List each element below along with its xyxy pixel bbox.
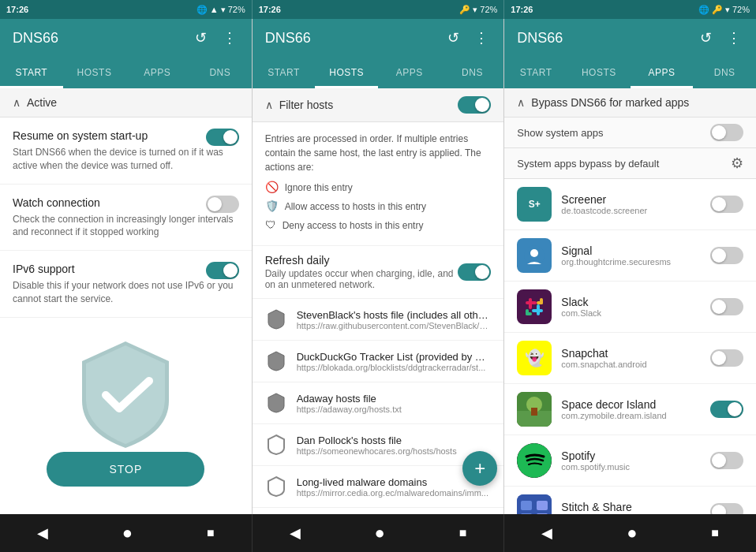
toggle-stitch[interactable] xyxy=(710,503,743,514)
system-bypass-label: System apps bypass by default xyxy=(517,158,731,170)
battery-1: 72% xyxy=(228,5,245,14)
gear-icon[interactable]: ⚙ xyxy=(731,155,743,172)
app-title-hosts: DNS66 xyxy=(265,30,435,47)
tab-start-hosts[interactable]: HOSTS xyxy=(63,57,126,88)
app-text-screener: Screener de.toastcode.screener xyxy=(561,193,701,215)
svg-rect-3 xyxy=(526,301,537,304)
toggle-resume[interactable] xyxy=(206,129,239,146)
nav-home-3[interactable]: ● xyxy=(627,523,637,543)
tab-start-start[interactable]: START xyxy=(0,57,63,88)
app-name-screener: Screener xyxy=(561,193,701,206)
toggle-screener[interactable] xyxy=(710,196,743,213)
start-content: ∧ Active Resume on system start-up Start… xyxy=(0,88,252,514)
toggle-spotify[interactable] xyxy=(710,452,743,469)
refresh-icon-hosts[interactable]: ↺ xyxy=(443,29,462,47)
toggle-slack[interactable] xyxy=(710,298,743,315)
app-item-screener: S+ Screener de.toastcode.screener xyxy=(504,179,756,230)
app-text-spacedecor: Space decor Island com.zymobile.dream.is… xyxy=(561,398,701,420)
host-item-5[interactable]: Malware Domain List https://www.malwared… xyxy=(253,508,504,514)
globe-icon-1: 🌐 xyxy=(196,5,208,15)
tab-apps-apps[interactable]: APPS xyxy=(631,57,694,88)
time-3: 17:26 xyxy=(511,5,533,14)
nav-back-2[interactable]: ◀ xyxy=(290,524,301,542)
host-text-2: Adaway hosts file https://adaway.org/hos… xyxy=(297,393,492,414)
nav-home-1[interactable]: ● xyxy=(122,523,133,543)
app-bar-hosts: DNS66 ↺ ⋮ xyxy=(253,19,504,57)
host-text-3: Dan Pollock's hosts file https://someone… xyxy=(297,435,492,456)
system-bypass-row: System apps bypass by default ⚙ xyxy=(504,148,756,179)
app-icon-signal xyxy=(517,238,552,273)
toggle-signal[interactable] xyxy=(710,247,743,264)
svg-point-14 xyxy=(517,443,552,478)
host-icon-1 xyxy=(265,350,287,372)
ignore-icon: 🚫 xyxy=(265,179,279,196)
tab-bar-hosts: START HOSTS APPS DNS xyxy=(253,57,504,88)
nav-recent-1[interactable]: ■ xyxy=(207,526,215,540)
nav-bar: ◀ ● ■ ◀ ● ■ ◀ ● ■ xyxy=(0,514,756,552)
host-name-0: StevenBlack's hosts file (includes all o… xyxy=(297,309,492,321)
status-bar-panel-1: 17:26 🌐 ▲ ▾ 72% xyxy=(0,0,253,19)
app-text-snapchat: Snapchat com.snapchat.android xyxy=(561,347,701,369)
nav-back-3[interactable]: ◀ xyxy=(541,524,552,542)
nav-recent-3[interactable]: ■ xyxy=(711,526,719,540)
host-name-3: Dan Pollock's hosts file xyxy=(297,435,492,446)
chevron-active: ∧ xyxy=(13,96,21,109)
time-2: 17:26 xyxy=(259,5,281,14)
active-title: Active xyxy=(27,96,239,109)
overflow-icon-hosts[interactable]: ⋮ xyxy=(472,29,491,47)
svg-rect-7 xyxy=(526,312,532,315)
toggle-filter[interactable] xyxy=(458,96,491,114)
refresh-icon-apps[interactable]: ↺ xyxy=(696,29,715,47)
tab-hosts-dns[interactable]: DNS xyxy=(441,57,504,88)
app-pkg-spotify: com.spotify.music xyxy=(561,462,701,472)
show-system-label: Show system apps xyxy=(517,127,710,139)
active-section-header[interactable]: ∧ Active xyxy=(0,88,252,117)
app-icon-spotify xyxy=(517,443,552,478)
hosts-info: Entries are processed in order. If multi… xyxy=(253,122,504,246)
app-pkg-screener: de.toastcode.screener xyxy=(561,206,701,215)
tab-start-dns[interactable]: DNS xyxy=(189,57,252,88)
host-icon-3 xyxy=(265,434,287,456)
app-icon-stitch xyxy=(517,494,552,514)
host-icon-2 xyxy=(265,392,287,414)
app-pkg-spacedecor: com.zymobile.dream.island xyxy=(561,411,701,420)
overflow-icon-apps[interactable]: ⋮ xyxy=(724,29,743,47)
time-1: 17:26 xyxy=(6,5,28,14)
tab-hosts-hosts[interactable]: HOSTS xyxy=(315,57,378,88)
tab-start-apps[interactable]: APPS xyxy=(125,57,189,88)
host-item-2[interactable]: Adaway hosts file https://adaway.org/hos… xyxy=(253,382,504,424)
overflow-icon-start[interactable]: ⋮ xyxy=(220,29,239,47)
toggle-ipv6[interactable] xyxy=(206,262,239,279)
host-icon-4 xyxy=(265,476,287,498)
tab-bar-apps: START HOSTS APPS DNS xyxy=(504,57,756,88)
app-name-slack: Slack xyxy=(561,296,701,308)
app-text-stitch: Stitch & Share com.glitch.stitchandshare xyxy=(561,501,701,514)
toggle-snapchat[interactable] xyxy=(710,349,743,367)
app-item-spacedecor: Space decor Island com.zymobile.dream.is… xyxy=(504,384,756,435)
tab-apps-dns[interactable]: DNS xyxy=(693,57,756,88)
host-name-1: DuckDuckGo Tracker List (provided by Blo… xyxy=(297,351,492,363)
tab-hosts-apps[interactable]: APPS xyxy=(378,57,441,88)
refresh-label: Refresh daily xyxy=(265,254,458,267)
host-item-0[interactable]: StevenBlack's hosts file (includes all o… xyxy=(253,299,504,341)
tab-apps-hosts[interactable]: HOSTS xyxy=(567,57,631,88)
info-allow-row: 🛡️ Allow access to hosts in this entry xyxy=(265,198,492,214)
toggle-watch[interactable] xyxy=(206,196,239,213)
nav-home-2[interactable]: ● xyxy=(375,523,385,543)
host-item-1[interactable]: DuckDuckGo Tracker List (provided by Blo… xyxy=(253,341,504,382)
nav-recent-2[interactable]: ■ xyxy=(459,526,467,540)
refresh-icon-start[interactable]: ↺ xyxy=(192,29,211,47)
filter-hosts-header: ∧ Filter hosts xyxy=(253,88,504,122)
info-ignore-row: 🚫 Ignore this entry xyxy=(265,179,492,196)
stop-button[interactable]: STOP xyxy=(47,452,204,487)
toggle-system-apps[interactable] xyxy=(710,124,743,141)
toggle-spacedecor[interactable] xyxy=(710,401,743,418)
nav-back-1[interactable]: ◀ xyxy=(37,524,48,542)
tab-hosts-start[interactable]: START xyxy=(253,57,316,88)
host-text-0: StevenBlack's hosts file (includes all o… xyxy=(297,309,492,330)
tab-apps-start[interactable]: START xyxy=(504,57,567,88)
svg-point-1 xyxy=(530,249,538,257)
host-icon-0 xyxy=(265,308,287,330)
toggle-refresh[interactable] xyxy=(458,263,491,281)
app-pkg-slack: com.Slack xyxy=(561,308,701,318)
